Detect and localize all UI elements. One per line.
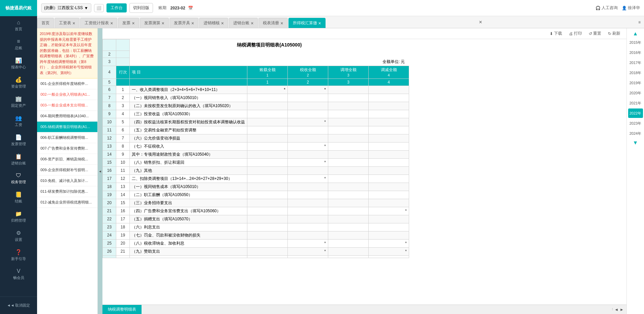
data-cell[interactable] xyxy=(328,86,369,94)
tab-tax-return[interactable]: 税表清册 × xyxy=(258,18,287,28)
data-cell[interactable] xyxy=(288,110,328,118)
left-menu-item-010[interactable]: 010-免税、减计收入及加计... xyxy=(37,176,97,186)
data-cell[interactable] xyxy=(288,231,328,239)
item-cell[interactable]: （一）视同销售收入（填写A105010） xyxy=(130,94,247,102)
data-cell[interactable] xyxy=(369,215,409,223)
tab-invoice-calc[interactable]: 发票测算 × xyxy=(140,18,169,28)
customer-service-btn[interactable]: 🎧 人工咨询 xyxy=(595,5,618,11)
item-cell[interactable]: （八）税收滞纳金、加收利息 xyxy=(130,239,247,247)
sidebar-item-tax-mgmt[interactable]: 🛡 税务管理 xyxy=(0,169,37,188)
year-2016[interactable]: 2016年 xyxy=(628,48,643,57)
year-2021[interactable]: 2021年 xyxy=(628,98,643,108)
download-button[interactable]: ⬇ 下载 xyxy=(548,30,564,37)
data-cell[interactable] xyxy=(247,247,288,255)
data-cell[interactable] xyxy=(328,207,369,215)
next-sheet-button[interactable]: ► xyxy=(620,307,624,312)
sidebar-item-archive[interactable]: 📁 归档管理 xyxy=(0,207,37,226)
data-cell[interactable] xyxy=(328,247,369,255)
sidebar-item-vip[interactable]: V 畅会员 xyxy=(0,265,37,284)
tab-invoice-calc-close[interactable]: × xyxy=(162,21,164,26)
sidebar-item-assets[interactable]: 🏢 固定资产 xyxy=(0,92,37,112)
data-cell[interactable] xyxy=(369,142,409,150)
sidebar-item-invoice-mgmt[interactable]: 📄 发票管理 xyxy=(0,131,37,150)
data-cell[interactable] xyxy=(369,166,409,175)
year-2024[interactable]: 2024年 xyxy=(628,129,643,138)
item-cell[interactable]: （六）公允价值变动净损益 xyxy=(130,134,247,142)
left-menu-item-006[interactable]: 006-职工薪酬纳税调整明细... xyxy=(37,132,97,143)
data-cell[interactable] xyxy=(247,255,288,258)
tab-payroll-report[interactable]: 工资统计报表 × xyxy=(80,18,117,28)
year-up-button[interactable]: ▲ xyxy=(628,30,643,38)
item-cell[interactable]: （三）业务招待要支出 xyxy=(130,199,247,207)
data-cell[interactable] xyxy=(247,166,288,175)
tab-tax-return-close[interactable]: × xyxy=(280,21,283,26)
data-cell[interactable] xyxy=(328,231,369,239)
data-cell[interactable] xyxy=(288,134,328,142)
year-2017[interactable]: 2017年 xyxy=(628,58,643,67)
tab-invoice[interactable]: 发票 × xyxy=(118,18,139,28)
data-cell[interactable] xyxy=(247,94,288,102)
data-cell[interactable] xyxy=(247,110,288,118)
data-cell[interactable] xyxy=(369,126,409,134)
data-cell[interactable] xyxy=(247,118,288,126)
tab-income-tax[interactable]: 所得税汇算缴 × xyxy=(288,18,326,28)
data-cell[interactable] xyxy=(247,150,288,158)
sidebar-item-reports[interactable]: 📊 报表中心 xyxy=(0,54,37,73)
tab-ps-check-close[interactable]: × xyxy=(221,21,224,26)
data-cell[interactable]: * xyxy=(369,207,409,215)
left-menu-item-012[interactable]: 012-减免企业所得税优惠明细... xyxy=(37,197,97,208)
sidebar-item-funds[interactable]: 💰 资金管理 xyxy=(0,73,37,92)
data-cell[interactable] xyxy=(328,134,369,142)
data-cell[interactable] xyxy=(288,207,328,215)
item-cell[interactable]: （五）捐赠支出（填写A105070） xyxy=(130,215,247,223)
data-cell[interactable]: * xyxy=(288,175,328,183)
left-menu-item-004[interactable]: 004-期间费用明细表(A1040... xyxy=(37,111,97,122)
data-cell[interactable] xyxy=(328,239,369,247)
data-cell[interactable] xyxy=(328,110,369,118)
tabbar-menu[interactable]: ≡ xyxy=(635,20,644,25)
left-menu-item-007[interactable]: 007-广告费和业务宣传费附... xyxy=(37,143,97,154)
item-cell[interactable]: （九）赞助支出 xyxy=(130,247,247,255)
data-cell[interactable] xyxy=(247,126,288,134)
data-cell[interactable] xyxy=(369,110,409,118)
item-cell[interactable]: （三）投资收益（填写A105030） xyxy=(130,110,247,118)
data-cell[interactable] xyxy=(328,94,369,102)
sidebar-item-home[interactable]: ⌂ 首页 xyxy=(0,16,37,35)
left-menu-item-003[interactable]: 003-一般企业成本支出明细... xyxy=(37,100,97,111)
tab-income-tax-close[interactable]: × xyxy=(318,21,321,26)
item-cell[interactable]: （七）不征税收入 xyxy=(130,142,247,150)
data-cell[interactable] xyxy=(247,215,288,223)
reset-button[interactable]: ↺ 重置 xyxy=(587,30,603,37)
data-cell[interactable] xyxy=(288,223,328,231)
print-button[interactable]: 🖨 打印 xyxy=(567,30,584,37)
data-cell[interactable] xyxy=(328,126,369,134)
data-cell[interactable] xyxy=(369,102,409,110)
data-cell[interactable] xyxy=(369,175,409,183)
data-cell[interactable] xyxy=(247,102,288,110)
item-cell[interactable]: 其中：专项用途财政性资金（填写A105040） xyxy=(130,150,247,158)
data-cell[interactable] xyxy=(369,191,409,199)
sidebar-item-purchase-sales[interactable]: 📋 进销台账 xyxy=(0,150,37,169)
sidebar-item-settings[interactable]: ⚙ 设置 xyxy=(0,226,37,246)
data-cell[interactable] xyxy=(328,223,369,231)
tab-invoice-issue[interactable]: 发票开具 × xyxy=(170,18,198,28)
data-cell[interactable]: * xyxy=(369,239,409,247)
item-cell[interactable]: 二、扣除类调整项目（13+14+...24+26+27+28+29+30） xyxy=(130,175,247,183)
year-2015[interactable]: 2015年 xyxy=(628,38,643,47)
data-cell[interactable]: * xyxy=(288,239,328,247)
tab-ps-ledger[interactable]: 进销台账 × xyxy=(229,18,258,28)
data-cell[interactable] xyxy=(288,102,328,110)
table-wrapper[interactable]: 纳税调整项目明细表(A105000) 2 3 全额单位: 元 xyxy=(102,39,626,305)
tab-ps-check[interactable]: 进销稽核 × xyxy=(199,18,228,28)
unpin-button[interactable]: ◄◄ 取消固定 xyxy=(0,300,37,311)
data-cell[interactable] xyxy=(247,142,288,150)
data-cell[interactable] xyxy=(369,86,409,94)
year-2023[interactable]: 2023年 xyxy=(628,119,643,128)
data-cell[interactable] xyxy=(288,183,328,191)
item-cell[interactable]: （二）未按权责发生制原则确认的收入（填写A105020） xyxy=(130,102,247,110)
data-cell[interactable] xyxy=(247,199,288,207)
year-2018[interactable]: 2018年 xyxy=(628,68,643,77)
year-2022[interactable]: 2022年 xyxy=(628,108,643,118)
data-cell[interactable]: * xyxy=(288,247,328,255)
item-cell[interactable]: （七）罚金、罚款和被没收财物的损失 xyxy=(130,231,247,239)
